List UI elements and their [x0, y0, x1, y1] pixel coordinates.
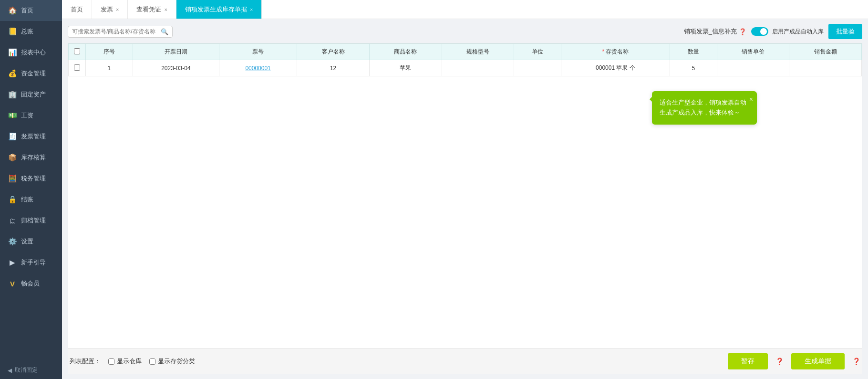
search-box[interactable]: 🔍: [68, 26, 173, 38]
select-all-checkbox[interactable]: [74, 48, 80, 54]
row-seq: 1: [86, 60, 133, 76]
sidebar-item-label: 归档管理: [21, 216, 46, 225]
th-unit: 单位: [514, 44, 561, 60]
save-button[interactable]: 暂存: [728, 353, 768, 369]
tab-home[interactable]: 首页: [62, 0, 92, 19]
sidebar-item-inventory[interactable]: 📦 库存核算: [0, 147, 62, 168]
sidebar-item-label: 结账: [21, 195, 33, 204]
sidebar-item-payroll[interactable]: 💵 工资: [0, 105, 62, 126]
ledger-icon: 📒: [8, 27, 17, 36]
sidebar-cancel-pin[interactable]: ◀ 取消固定: [0, 361, 62, 379]
sidebar-item-archive[interactable]: 🗂 归档管理: [0, 210, 62, 231]
show-category-checkbox[interactable]: [149, 358, 155, 365]
th-ticket-no: 票号: [219, 44, 297, 60]
sidebar-item-label: 总账: [21, 27, 33, 36]
settings-icon: ⚙️: [8, 237, 17, 246]
row-unit-price: [717, 60, 789, 76]
bottom-bar: 列表配置： 显示仓库 显示存货分类 暂存 ❓ 生成单据 ❓: [68, 348, 862, 374]
info-label-text: 销项发票_信息补充: [684, 27, 737, 36]
inventory-icon: 📦: [8, 153, 17, 162]
tab-sales-invoice[interactable]: 销项发票生成库存单据 ×: [176, 0, 262, 19]
row-ticket-no[interactable]: 00000001: [219, 60, 297, 76]
search-icon: 🔍: [161, 28, 168, 35]
sidebar-item-general-ledger[interactable]: 📒 总账: [0, 21, 62, 42]
invoice-icon: 🧾: [8, 132, 17, 141]
info-label: 销项发票_信息补充 ❓: [684, 27, 746, 36]
tab-view-voucher[interactable]: 查看凭证 ×: [128, 0, 176, 19]
th-seq: 序号: [86, 44, 133, 60]
ticket-link[interactable]: 00000001: [245, 65, 270, 72]
closing-icon: 🔒: [8, 195, 17, 204]
row-checkbox[interactable]: [74, 64, 80, 71]
generate-help-icon[interactable]: ❓: [852, 358, 860, 365]
tab-view-voucher-label: 查看凭证: [136, 5, 161, 14]
tab-bar: 首页 发票 × 查看凭证 × 销项发票生成库存单据 ×: [62, 0, 868, 19]
sidebar-item-home[interactable]: 🏠 首页: [0, 0, 62, 21]
main-area: 首页 发票 × 查看凭证 × 销项发票生成库存单据 × 🔍 销项发票_信息补充 …: [62, 0, 868, 379]
tooltip-text: 适合生产型企业，销项发票自动生成产成品入库，快来体验～: [660, 99, 746, 116]
tab-invoice-label: 发票: [101, 5, 113, 14]
toggle-label: 启用产成品自动入库: [772, 28, 824, 36]
row-amount: [789, 60, 862, 76]
sidebar-item-invoice-mgmt[interactable]: 🧾 发票管理: [0, 126, 62, 147]
home-icon: 🏠: [8, 6, 17, 15]
tab-invoice[interactable]: 发票 ×: [92, 0, 128, 19]
show-warehouse-checkbox-row: 显示仓库: [108, 357, 142, 366]
row-unit: [514, 60, 561, 76]
th-customer: 客户名称: [297, 44, 370, 60]
auto-storage-toggle[interactable]: [751, 27, 768, 36]
save-help-icon[interactable]: ❓: [775, 358, 784, 365]
tooltip-popup: × 适合生产型企业，销项发票自动生成产成品入库，快来体验～: [652, 91, 757, 125]
unpin-icon: ◀: [8, 367, 12, 374]
row-checkbox-cell: [69, 60, 86, 76]
sidebar-item-tax[interactable]: 🧮 税务管理: [0, 168, 62, 189]
list-config-label: 列表配置：: [70, 357, 101, 366]
archive-icon: 🗂: [8, 217, 17, 225]
search-input[interactable]: [72, 28, 158, 35]
th-unit-price: 销售单价: [717, 44, 789, 60]
th-amount: 销售金额: [789, 44, 862, 60]
tab-invoice-close[interactable]: ×: [116, 7, 119, 12]
sidebar: 🏠 首页 📒 总账 📊 报表中心 💰 资金管理 🏢 固定资产 💵 工资 🧾 发票…: [0, 0, 62, 379]
sidebar-item-settings[interactable]: ⚙️ 设置: [0, 231, 62, 252]
th-date: 开票日期: [133, 44, 219, 60]
show-category-checkbox-row: 显示存货分类: [149, 357, 195, 366]
sidebar-item-label: 固定资产: [21, 90, 46, 99]
sidebar-item-funds[interactable]: 💰 资金管理: [0, 63, 62, 84]
funds-icon: 💰: [8, 69, 17, 78]
toggle-container: 启用产成品自动入库: [751, 27, 824, 36]
row-qty: 5: [670, 60, 717, 76]
tax-icon: 🧮: [8, 174, 17, 183]
sidebar-item-label: 畅会员: [21, 279, 40, 288]
tab-view-voucher-close[interactable]: ×: [164, 7, 167, 12]
tab-sales-invoice-label: 销项发票生成库存单据: [185, 5, 247, 14]
tab-sales-invoice-close[interactable]: ×: [250, 7, 253, 12]
payroll-icon: 💵: [8, 111, 17, 120]
info-help-icon[interactable]: ❓: [739, 28, 746, 35]
show-warehouse-checkbox[interactable]: [108, 358, 114, 365]
sidebar-item-label: 发票管理: [21, 132, 46, 141]
sidebar-item-label: 税务管理: [21, 174, 46, 183]
sidebar-item-newbie[interactable]: ▶ 新手引导: [0, 252, 62, 273]
sidebar-item-reports[interactable]: 📊 报表中心: [0, 42, 62, 63]
sidebar-item-member[interactable]: V 畅会员: [0, 273, 62, 294]
sidebar-item-label: 工资: [21, 111, 33, 120]
generate-button[interactable]: 生成单据: [791, 353, 845, 369]
th-checkbox: [69, 44, 86, 60]
tooltip-close-button[interactable]: ×: [749, 94, 753, 105]
table-row: 1 2023-03-04 00000001 12 苹果 000001 苹果 个 …: [69, 60, 862, 76]
th-qty: 数量: [670, 44, 717, 60]
th-inventory: 存货名称: [561, 44, 670, 60]
toolbar-row: 🔍 销项发票_信息补充 ❓ 启用产成品自动入库 批量验: [68, 24, 862, 39]
sidebar-item-closing[interactable]: 🔒 结账: [0, 189, 62, 210]
table-header-row: 序号 开票日期 票号 客户名称 商品名称 规格型号 单位 存货名称 数量 销售单…: [69, 44, 862, 60]
unpin-label: 取消固定: [15, 366, 38, 374]
sidebar-item-fixed-assets[interactable]: 🏢 固定资产: [0, 84, 62, 105]
reports-icon: 📊: [8, 48, 17, 57]
row-inventory: 000001 苹果 个: [561, 60, 670, 76]
row-date: 2023-03-04: [133, 60, 219, 76]
sidebar-item-label: 设置: [21, 237, 33, 246]
tab-home-label: 首页: [71, 5, 83, 14]
batch-button[interactable]: 批量验: [828, 24, 862, 39]
show-warehouse-label: 显示仓库: [117, 357, 142, 366]
